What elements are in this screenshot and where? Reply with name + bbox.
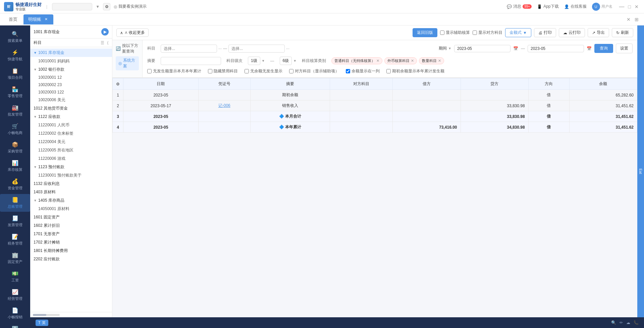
sidebar-item-retail[interactable]: 🏪 零售管理 bbox=[0, 83, 30, 101]
tree-item-1702[interactable]: 1702 累计摊销 bbox=[30, 238, 112, 247]
sidebar-item-project[interactable]: 📋 项目合同 bbox=[0, 65, 30, 83]
checkbox-hide-disabled[interactable]: 隐藏禁用科目 bbox=[208, 68, 238, 74]
table-settings-icon[interactable]: ⚙ bbox=[116, 82, 120, 86]
summary-input[interactable] bbox=[161, 57, 221, 65]
tree-item-14050001[interactable]: 14050001 原材料 bbox=[30, 205, 112, 213]
tree-item-1701[interactable]: 1701 无形资产 bbox=[30, 230, 112, 238]
cb-no-balance2[interactable] bbox=[245, 69, 249, 73]
lang-btn[interactable]: T 英 bbox=[36, 320, 48, 326]
sidebar-item-wholesale[interactable]: 🏭 批发管理 bbox=[0, 102, 30, 120]
tree-item-10020006[interactable]: 10020006 美元 bbox=[30, 96, 112, 104]
tree-item-11230001[interactable]: 11230001 预付账款美于 bbox=[30, 171, 112, 180]
sidebar-item-salary[interactable]: 💵 工资 bbox=[0, 268, 30, 285]
cb-opening-balance[interactable] bbox=[386, 69, 391, 73]
show-opposite-checkbox[interactable]: 显示对方科目 bbox=[473, 30, 502, 36]
app-download-btn[interactable]: 📱 App下载 bbox=[537, 4, 558, 9]
tree-item-10020003[interactable]: 10020003 122 bbox=[30, 88, 112, 96]
refresh-btn[interactable]: ↻ 刷新 bbox=[612, 28, 633, 37]
tree-item-1012[interactable]: 1012 其他货币资金 bbox=[30, 104, 112, 113]
footer-search-icon[interactable]: 🔍 bbox=[611, 320, 616, 325]
sidebar-item-quicknav[interactable]: ⚡ 快捷导航 bbox=[0, 47, 30, 64]
level-end-select[interactable]: 6级 ▼ bbox=[280, 57, 297, 65]
tree-item-10020002[interactable]: 10020002 23 bbox=[30, 81, 112, 88]
subject-input-start[interactable] bbox=[161, 45, 217, 53]
messages-btn[interactable]: 💬 消息 99+ bbox=[507, 4, 532, 9]
export-btn[interactable]: ↗ 导出 bbox=[588, 28, 609, 37]
checkbox-opening-balance[interactable]: 期初余额显示本年累计发生额 bbox=[386, 68, 444, 74]
sidebar-item-purchase[interactable]: 📦 采购管理 bbox=[0, 139, 30, 156]
tree-list-icon[interactable]: ☰ bbox=[101, 41, 104, 45]
minimize-btn[interactable]: — bbox=[618, 4, 626, 10]
footer-cloud-icon[interactable]: ☁ bbox=[626, 320, 630, 325]
checkbox-no-balance[interactable]: 无发生额显示本月本年累计 bbox=[147, 68, 201, 74]
period-end-input[interactable] bbox=[528, 45, 584, 52]
checkbox-opposite[interactable]: 对方科目（显示辅助项） bbox=[289, 68, 339, 74]
tree-item-1002[interactable]: ▼ 1002 银行存款 bbox=[30, 65, 112, 74]
amount-style-btn[interactable]: 金额式 ▼ bbox=[505, 28, 531, 37]
tree-item-1122[interactable]: ▼ 1122 应收款 bbox=[30, 113, 112, 121]
tab-menu-btn[interactable]: ⊞ bbox=[633, 17, 640, 22]
sidebar-item-tax[interactable]: 📝 税务管理 bbox=[0, 231, 30, 249]
show-aux-checkbox[interactable]: 显示辅助核算 bbox=[440, 30, 470, 36]
tree-item-1132[interactable]: 1132 应收利息 bbox=[30, 180, 112, 188]
period-start-input[interactable] bbox=[454, 45, 511, 52]
demo-link[interactable]: ◎ 我要看实例演示 bbox=[114, 4, 147, 9]
footer-service-icon[interactable]: 📞 bbox=[634, 320, 639, 325]
tree-item-1001[interactable]: ▼ 1001 库存现金 bbox=[30, 49, 112, 57]
tree-item-1403[interactable]: 1403 原材料 bbox=[30, 188, 112, 196]
voucher-link[interactable]: 记-006 bbox=[218, 103, 230, 108]
tag-quantity-close[interactable]: ✕ bbox=[438, 59, 441, 63]
cb-hide-disabled[interactable] bbox=[208, 69, 212, 73]
setting-btn[interactable]: 设置 bbox=[616, 44, 633, 53]
online-service-btn[interactable]: 👤 在线客服 bbox=[564, 4, 587, 9]
sidebar-item-capital[interactable]: 💰 资金管理 bbox=[0, 176, 30, 193]
sidebar-item-assets[interactable]: 🏢 固定资产 bbox=[0, 249, 30, 267]
tree-item-1602[interactable]: 1602 累计折旧 bbox=[30, 221, 112, 230]
settings-icon[interactable]: ⚙ bbox=[103, 3, 110, 10]
tree-item-11220005[interactable]: 11220005 所在地区 bbox=[30, 146, 112, 154]
company-selector[interactable] bbox=[52, 3, 92, 10]
tree-item-2202[interactable]: 2202 应付账款 bbox=[30, 255, 112, 263]
sidebar-item-basic[interactable]: ℹ️ 基础信息 bbox=[0, 323, 30, 328]
tree-item-1405[interactable]: ▼ 1405 库存商品 bbox=[30, 196, 112, 205]
tree-item-11220002[interactable]: 11220002 住来标签 bbox=[30, 129, 112, 138]
tree-item-10010001[interactable]: 10010001 妈妈妈 bbox=[30, 57, 112, 65]
cb-opposite[interactable] bbox=[289, 69, 293, 73]
level-start-select[interactable]: 1级 ▼ bbox=[248, 57, 265, 65]
cb-no-balance[interactable] bbox=[147, 69, 152, 73]
show-aux-input[interactable] bbox=[440, 30, 444, 35]
tag-normal-close[interactable]: ✕ bbox=[376, 59, 379, 63]
tree-item-11220004[interactable]: 11220004 美元 bbox=[30, 138, 112, 146]
sidebar-item-report[interactable]: 📄 小畅报销 bbox=[0, 305, 30, 322]
tree-item-10020001[interactable]: 10020001 12 bbox=[30, 74, 112, 81]
checkbox-no-balance2[interactable]: 无余额无发生显示 bbox=[245, 68, 282, 74]
user-avatar[interactable]: U 用户名 bbox=[592, 3, 612, 11]
tag-foreign-close[interactable]: ✕ bbox=[411, 59, 414, 63]
tree-item-1601[interactable]: 1601 固定资产 bbox=[30, 213, 112, 221]
tree-item-11220001[interactable]: 11220001 人民币 bbox=[30, 121, 112, 129]
cb-balance-one-col[interactable] bbox=[346, 69, 350, 73]
tab-add-btn[interactable]: ✕ bbox=[625, 17, 632, 22]
dropdown-icon[interactable]: ▼ bbox=[96, 4, 100, 9]
footer-edit-icon[interactable]: ✏ bbox=[620, 320, 623, 325]
sidebar-item-ledger[interactable]: 📒 总账管理 bbox=[0, 194, 30, 212]
close-btn[interactable]: ✕ bbox=[633, 4, 640, 9]
tree-item-11220006[interactable]: 11220006 游戏 bbox=[30, 154, 112, 163]
maximize-btn[interactable]: □ bbox=[627, 4, 632, 9]
tree-scrollbar[interactable] bbox=[30, 312, 112, 317]
tab-detail[interactable]: 明细账 ✕ bbox=[23, 14, 53, 24]
show-opposite-input[interactable] bbox=[473, 30, 477, 35]
period-type-select[interactable]: 期间 ▼ bbox=[439, 46, 451, 51]
right-edge-tab[interactable]: Eat bbox=[637, 25, 644, 317]
tab-close-icon[interactable]: ✕ bbox=[43, 17, 49, 22]
cloud-print-btn[interactable]: ☁ 云打印 bbox=[559, 28, 585, 37]
subject-input-end[interactable] bbox=[228, 45, 285, 53]
sidebar-item-operations[interactable]: 📈 经营管理 bbox=[0, 286, 30, 304]
sidebar-item-inventory[interactable]: 📊 库存核算 bbox=[0, 157, 30, 175]
tree-item-1123[interactable]: ▼ 1123 预付账款 bbox=[30, 163, 112, 171]
print-btn[interactable]: 🖨 打印 bbox=[534, 28, 556, 37]
query-btn[interactable]: 查询 bbox=[594, 44, 613, 53]
scheme-item[interactable]: ◎ 系统方案 bbox=[116, 56, 139, 70]
tree-collapse-icon[interactable]: ⟨ bbox=[107, 41, 109, 45]
sidebar-item-ecommerce[interactable]: 🛒 小畅电商 bbox=[0, 120, 30, 138]
